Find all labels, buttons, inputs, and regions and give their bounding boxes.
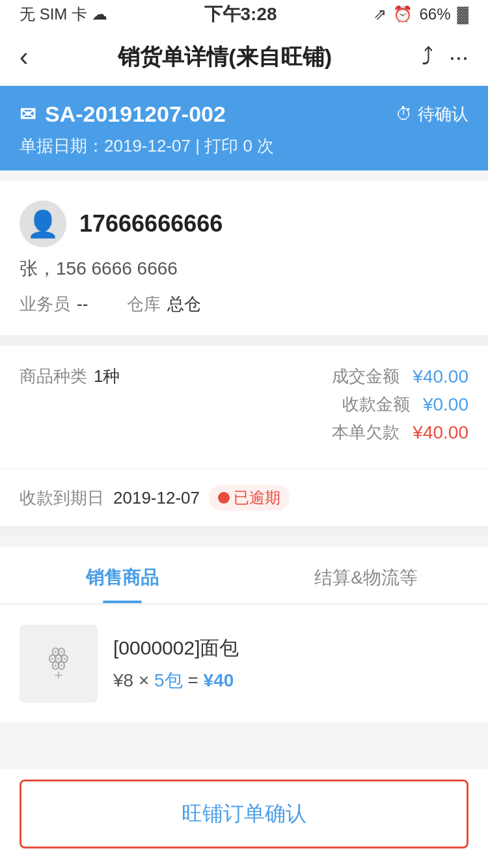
product-total: ¥40 [204,670,234,690]
tabs-row: 销售商品 结算&物流等 [0,547,488,603]
more-icon[interactable]: ··· [449,44,468,71]
nav-actions: ⤴ ··· [422,44,468,71]
overdue-dot-icon [218,492,230,504]
status-bar: 无 SIM 卡 ☁ 下午3:28 ⇗ ⏰ 66% ▓ [0,0,488,29]
product-thumbnail: ꙮ + [20,625,98,703]
product-thumb-plus: + [55,667,63,684]
product-info: [0000002]面包 ¥8 × 5包 = ¥40 [113,635,468,693]
received-value: ¥0.00 [423,394,468,415]
owed-row: 本单欠款 ¥40.00 [332,421,468,444]
owed-value: ¥40.00 [413,422,468,443]
customer-meta: 业务员 -- 仓库 总仓 [20,293,468,316]
amount-row: 成交金额 ¥40.00 [332,365,468,388]
salesperson-label: 业务员 [20,293,70,316]
user-icon: 👤 [27,209,59,239]
tab-sales-products[interactable]: 销售商品 [0,547,244,603]
back-button[interactable]: ‹ [20,42,28,72]
customer-phone: 17666666666 [79,210,223,237]
salesperson-value: -- [77,294,88,314]
battery-icon: ▓ [457,5,468,23]
status-right: ⇗ ⏰ 66% ▓ [373,5,468,23]
product-price: ¥8 [113,670,133,690]
product-kind-row: 商品种类 1种 [20,365,120,388]
avatar: 👤 [20,200,66,247]
location-icon: ⇗ [373,5,386,23]
order-id: ✉ SA-20191207-002 [20,102,226,127]
customer-name: 张，156 6666 6666 [20,256,468,281]
kind-value: 1种 [94,365,120,388]
page-title: 销货单详情(来自旺铺) [118,42,332,72]
summary-section: 商品种类 1种 成交金额 ¥40.00 收款金额 ¥0.00 本单欠款 ¥40.… [0,346,488,468]
header-banner: ✉ SA-20191207-002 ⏱ 待确认 单据日期：2019-12-07 … [0,86,488,170]
product-section: ꙮ + [0000002]面包 ¥8 × 5包 = ¥40 [0,605,488,722]
status-time: 下午3:28 [204,2,277,27]
confirm-order-button[interactable]: 旺铺订单确认 [20,780,468,848]
banner-date: 单据日期：2019-12-07 | 打印 0 次 [20,135,468,157]
summary-right: 成交金额 ¥40.00 收款金额 ¥0.00 本单欠款 ¥40.00 [332,365,468,449]
nav-bar: ‹ 销货单详情(来自旺铺) ⤴ ··· [0,29,488,86]
product-item: ꙮ + [0000002]面包 ¥8 × 5包 = ¥40 [20,625,468,703]
amount-value: ¥40.00 [413,366,468,387]
amount-label: 成交金额 [332,365,400,388]
due-section: 收款到期日 2019-12-07 已逾期 [0,468,488,526]
warehouse-label: 仓库 [127,293,161,316]
alarm-icon: ⏰ [393,5,413,23]
status-left: 无 SIM 卡 ☁ [20,4,107,25]
customer-section: 👤 17666666666 张，156 6666 6666 业务员 -- 仓库 … [0,181,488,335]
tab-settlement-logistics[interactable]: 结算&物流等 [244,547,488,603]
order-status: ⏱ 待确认 [396,103,468,126]
share-icon[interactable]: ⤴ [422,44,433,71]
product-calc: ¥8 × 5包 = ¥40 [113,668,468,693]
tabs-section: 销售商品 结算&物流等 [0,547,488,604]
received-label: 收款金额 [342,393,410,416]
equals-sign: = [187,670,203,690]
due-label: 收款到期日 [20,487,104,509]
battery-label: 66% [419,5,450,23]
sim-label: 无 SIM 卡 ☁ [20,4,107,25]
product-qty: 5包 [154,670,183,690]
bottom-bar: 旺铺订单确认 [0,769,488,868]
due-date: 2019-12-07 [113,488,200,508]
warehouse-value: 总仓 [167,293,201,316]
multiply-sign: × [139,670,154,690]
received-row: 收款金额 ¥0.00 [332,393,468,416]
kind-label: 商品种类 [20,365,87,388]
divider-2 [0,526,488,537]
divider-1 [0,335,488,346]
overdue-badge: 已逾期 [209,485,290,511]
summary-left: 商品种类 1种 [20,365,120,388]
overdue-text: 已逾期 [234,487,280,508]
clock-icon: ⏱ [396,104,413,124]
owed-label: 本单欠款 [332,421,400,444]
inbox-icon: ✉ [20,103,36,126]
product-name: [0000002]面包 [113,635,468,662]
